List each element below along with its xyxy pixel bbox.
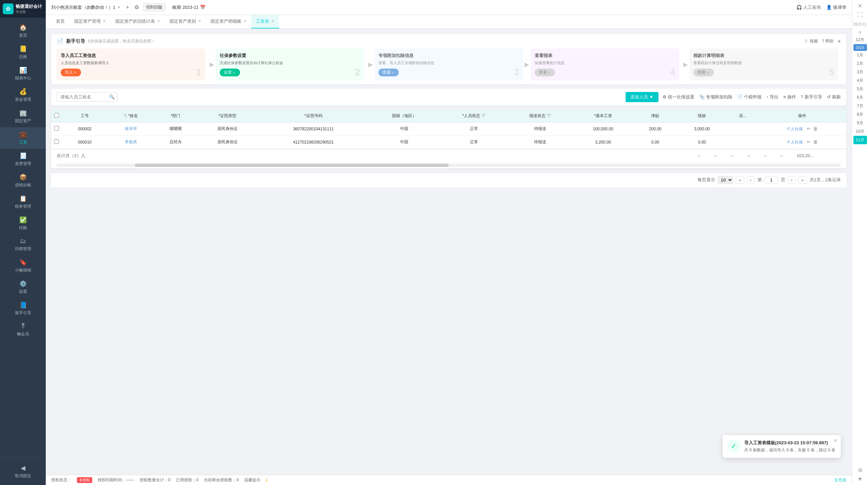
recharge-link[interactable]: 去充值 — [834, 477, 846, 483]
select-all-checkbox[interactable] — [54, 113, 59, 118]
sidebar-item-home[interactable]: 🏠首页 — [0, 20, 46, 42]
sidebar-item-reimbursement[interactable]: 🔖小畅报销 — [0, 255, 46, 277]
month-item-5月[interactable]: 5月 — [853, 85, 867, 93]
user-info[interactable]: 👤 徐泽华 — [826, 4, 846, 11]
month-item-8月[interactable]: 8月 — [853, 110, 867, 119]
panel-settings-icon[interactable]: ⚙ — [858, 467, 863, 473]
add-employee-button[interactable]: 添加人员 ▼ — [626, 92, 658, 102]
tab-固定资产明细账[interactable]: 固定资产明细账✕ — [206, 15, 251, 29]
service-button[interactable]: 🎧 人工咨询 — [796, 4, 821, 11]
toolbar-action-operate[interactable]: ≡操作 — [783, 94, 796, 100]
expense-icon: 🧾 — [19, 152, 27, 160]
prev-page-button[interactable]: ‹ — [747, 176, 754, 184]
right-panel-close-button[interactable]: ✕ — [858, 3, 862, 9]
toolbar-action-social[interactable]: ⚙统一社保设置 — [663, 94, 694, 100]
sidebar-item-unpin-label: 取消固定 — [15, 473, 31, 479]
switch-version-button[interactable]: 切到旧版 — [143, 3, 165, 11]
tab-close-icon[interactable]: ✕ — [271, 19, 274, 23]
toast-close-button[interactable]: ✕ — [833, 438, 837, 443]
tab-close-icon[interactable]: ✕ — [243, 19, 246, 23]
month-item-6月[interactable]: 6月 — [853, 93, 867, 102]
row-checkbox-1[interactable] — [54, 139, 59, 144]
sidebar-item-settings[interactable]: ⚙️设置 — [0, 277, 46, 298]
month-item-12月[interactable]: 12月 — [853, 36, 867, 44]
sidebar-item-payroll[interactable]: 💼工资 — [0, 127, 46, 149]
account-dropdown-icon[interactable]: ▼ — [117, 5, 121, 9]
cell-name-0[interactable]: 徐泽华 — [107, 122, 155, 135]
search-field[interactable]: 🔍 — [57, 92, 118, 101]
tab-固定资产管理[interactable]: 固定资产管理✕ — [70, 15, 111, 29]
per-page-select[interactable]: 10 20 50 — [718, 176, 733, 184]
add-account-button[interactable]: ＋ — [125, 4, 130, 11]
step-desc-4: 快速查看统计信息 — [535, 60, 675, 66]
month-item-2023[interactable]: 2023 — [853, 44, 867, 51]
toolbar-action-deduction[interactable]: 📎专项附加扣除 — [699, 94, 732, 100]
month-item-11月[interactable]: 11月 — [853, 136, 867, 144]
step-btn-1[interactable]: 导入＞ — [61, 69, 81, 76]
last-page-button[interactable]: » — [798, 176, 807, 184]
step-btn-3[interactable]: 查看＞ — [378, 69, 399, 76]
sidebar-item-archive[interactable]: 🗂归档管理 — [0, 234, 46, 255]
toolbar-action-export[interactable]: ↑导出 — [766, 94, 779, 100]
tab-固定资产类别[interactable]: 固定资产类别✕ — [165, 15, 206, 29]
tab-首页[interactable]: 首页 — [51, 15, 70, 29]
action-edit-icon-0[interactable]: ✏ — [807, 126, 811, 131]
sidebar-item-closing[interactable]: ✅结账 — [0, 213, 46, 234]
sidebar-item-unpin[interactable]: ◀ 取消固定 — [0, 461, 46, 482]
tab-固定资产折旧统计表[interactable]: 固定资产折旧统计表✕ — [111, 15, 165, 29]
status-filter-icon[interactable]: ▽ — [481, 113, 486, 118]
action-social-0[interactable]: 个人社保 — [787, 127, 803, 131]
help-link[interactable]: ? 帮助 — [822, 38, 833, 44]
tab-工资表[interactable]: 工资表✕ — [251, 15, 279, 29]
sidebar-item-tax[interactable]: 📋税务管理 — [0, 191, 46, 213]
sort-icon[interactable]: ⇅ — [124, 113, 127, 118]
search-input[interactable] — [60, 94, 108, 99]
action-edit-icon-1[interactable]: ✏ — [807, 139, 811, 145]
video-link[interactable]: ▷ 视频 — [805, 38, 818, 44]
toolbar-action-refresh[interactable]: ↺刷新 — [827, 94, 841, 100]
col-status: *人员状态 ▽ — [440, 110, 508, 123]
sidebar-item-guide[interactable]: 📘新手引导 — [0, 298, 46, 319]
sidebar-item-fixed[interactable]: 🏢固定资产 — [0, 106, 46, 127]
report-filter-icon[interactable]: ▽ — [547, 113, 551, 118]
sidebar-item-ledger[interactable]: 📒总账 — [0, 42, 46, 63]
panel-down-icon[interactable]: ▼ — [857, 476, 863, 482]
month-item-7月[interactable]: 7月 — [853, 102, 867, 110]
calendar-icon[interactable]: 📅 — [200, 5, 205, 10]
month-item-3月[interactable]: 3月 — [853, 68, 867, 76]
topbar-account[interactable]: 刘小艳演示账套（勿删勿动！）1 ▼ — [51, 4, 121, 11]
step-btn-2[interactable]: 设置＞ — [220, 69, 240, 76]
sidebar-item-inventory[interactable]: 📦进销台账 — [0, 170, 46, 191]
month-item-4月[interactable]: 4月 — [853, 76, 867, 85]
page-number-input[interactable] — [765, 176, 778, 184]
toolbar-action-tax[interactable]: 📄个税申报 — [737, 94, 762, 100]
guide-step-3: 专项附加扣除信息 查看、导入员工专项附加扣除信息 查看＞ 3 — [374, 49, 523, 80]
first-page-button[interactable]: « — [736, 176, 744, 184]
sidebar-item-fund[interactable]: 💰资金管理 — [0, 85, 46, 106]
settings-icon[interactable]: ⚙ — [134, 4, 139, 11]
close-guide-icon[interactable]: ✕ — [837, 39, 841, 44]
row-checkbox-0[interactable] — [54, 126, 59, 131]
action-delete-icon-1[interactable]: 🗑 — [813, 139, 818, 145]
next-page-button[interactable]: › — [788, 176, 795, 184]
action-delete-icon-0[interactable]: 🗑 — [813, 126, 818, 131]
tab-close-icon[interactable]: ✕ — [103, 19, 106, 23]
toolbar-action-guide2[interactable]: ?新手引导 — [801, 94, 822, 100]
month-item-9月[interactable]: 9月 — [853, 119, 867, 127]
month-item-10月[interactable]: 10月 — [853, 127, 867, 136]
tab-close-icon[interactable]: ✕ — [157, 19, 160, 23]
toast-success-icon: ✓ — [728, 440, 740, 452]
month-item-2月[interactable]: 2月 — [853, 59, 867, 68]
action-social-1[interactable]: 个人社保 — [787, 140, 803, 145]
cell-allowance-1: 0.00 — [634, 135, 676, 149]
step-btn-5[interactable]: 查看＞ — [693, 69, 714, 76]
right-panel-expand-button[interactable]: ⛶ — [857, 12, 863, 18]
cell-name-1[interactable]: 李俊杰 — [107, 135, 155, 149]
panel-up-arrow[interactable]: ▲ — [858, 29, 863, 34]
sidebar-item-member[interactable]: 🎖畅会员 — [0, 319, 46, 340]
step-btn-4[interactable]: 查看＞ — [535, 69, 555, 76]
month-item-1月[interactable]: 1月 — [853, 51, 867, 59]
sidebar-item-report[interactable]: 📊报表中心 — [0, 63, 46, 85]
tab-close-icon[interactable]: ✕ — [198, 19, 201, 23]
sidebar-item-expense[interactable]: 🧾发票管理 — [0, 149, 46, 170]
